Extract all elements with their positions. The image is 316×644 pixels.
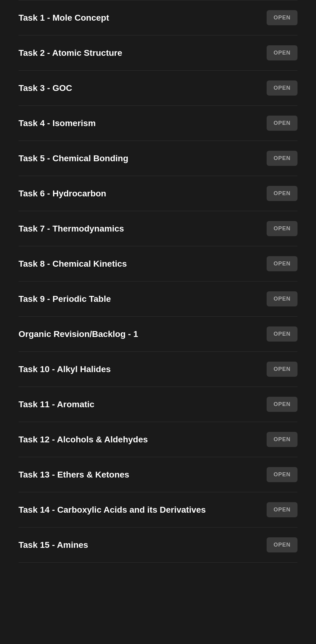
open-button-task-15[interactable]: OPEN [267,537,297,552]
task-label-task-4: Task 4 - Isomerism [19,118,267,128]
task-label-task-6: Task 6 - Hydrocarbon [19,189,267,199]
list-item: Task 7 - ThermodynamicsOPEN [19,211,297,246]
task-label-task-7: Task 7 - Thermodynamics [19,224,267,234]
list-item: Task 11 - AromaticOPEN [19,387,297,422]
list-item: Task 2 - Atomic StructureOPEN [19,35,297,71]
open-button-task-2[interactable]: OPEN [267,45,297,60]
list-item: Task 15 - AminesOPEN [19,527,297,563]
open-button-task-13[interactable]: OPEN [267,467,297,482]
list-item: Task 5 - Chemical BondingOPEN [19,141,297,176]
task-label-task-8: Task 8 - Chemical Kinetics [19,259,267,269]
task-label-task-5: Task 5 - Chemical Bonding [19,154,267,163]
task-label-task-10: Task 10 - Alkyl Halides [19,364,267,374]
open-button-task-8[interactable]: OPEN [267,256,297,271]
open-button-task-11[interactable]: OPEN [267,397,297,412]
open-button-task-7[interactable]: OPEN [267,221,297,236]
open-button-task-1[interactable]: OPEN [267,10,297,25]
task-label-task-11: Task 11 - Aromatic [19,400,267,409]
list-item: Task 6 - HydrocarbonOPEN [19,176,297,211]
task-list: Task 1 - Mole ConceptOPENTask 2 - Atomic… [0,0,316,563]
open-button-task-14[interactable]: OPEN [267,502,297,517]
open-button-task-12[interactable]: OPEN [267,432,297,447]
open-button-task-3[interactable]: OPEN [267,80,297,96]
open-button-task-4[interactable]: OPEN [267,116,297,131]
task-label-task-12: Task 12 - Alcohols & Aldehydes [19,435,267,445]
task-label-task-13: Task 13 - Ethers & Ketones [19,470,267,480]
list-item: Task 8 - Chemical KineticsOPEN [19,246,297,281]
open-button-task-6[interactable]: OPEN [267,186,297,201]
open-button-task-9[interactable]: OPEN [267,291,297,306]
list-item: Task 9 - Periodic TableOPEN [19,281,297,317]
task-label-task-organic: Organic Revision/Backlog - 1 [19,329,267,339]
task-label-task-1: Task 1 - Mole Concept [19,13,267,23]
list-item: Task 4 - IsomerismOPEN [19,106,297,141]
list-item: Task 12 - Alcohols & AldehydesOPEN [19,422,297,457]
open-button-task-organic[interactable]: OPEN [267,326,297,342]
task-label-task-9: Task 9 - Periodic Table [19,294,267,304]
open-button-task-5[interactable]: OPEN [267,151,297,166]
open-button-task-10[interactable]: OPEN [267,362,297,377]
list-item: Organic Revision/Backlog - 1OPEN [19,317,297,352]
task-label-task-14: Task 14 - Carboxylic Acids and its Deriv… [19,505,267,515]
task-label-task-15: Task 15 - Amines [19,540,267,550]
list-item: Task 1 - Mole ConceptOPEN [19,0,297,35]
task-label-task-2: Task 2 - Atomic Structure [19,48,267,58]
list-item: Task 10 - Alkyl HalidesOPEN [19,352,297,387]
list-item: Task 14 - Carboxylic Acids and its Deriv… [19,492,297,527]
task-label-task-3: Task 3 - GOC [19,83,267,93]
list-item: Task 3 - GOCOPEN [19,71,297,106]
list-item: Task 13 - Ethers & KetonesOPEN [19,457,297,492]
